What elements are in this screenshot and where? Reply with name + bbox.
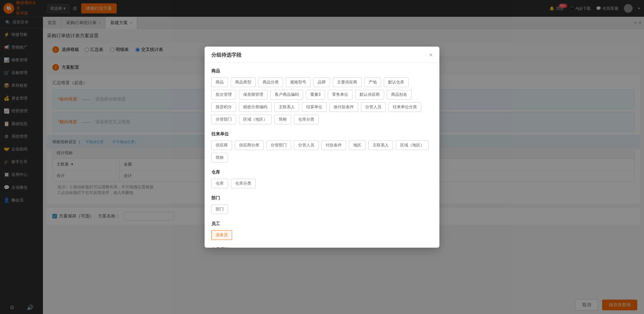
field-tag-0-24[interactable]: 简称 — [274, 115, 291, 124]
field-tag-1-0[interactable]: 供应商 — [211, 140, 232, 150]
field-tag-0-14[interactable]: 商品别名 — [387, 90, 412, 100]
dialog-title: 分组待选字段 — [211, 52, 241, 58]
field-tag-0-2[interactable]: 商品分类 — [258, 77, 283, 87]
field-tag-0-0[interactable]: 商品 — [211, 77, 228, 87]
field-tag-0-25[interactable]: 仓库分类 — [294, 115, 319, 124]
field-tag-0-5[interactable]: 主要供应商 — [333, 77, 362, 87]
field-tag-0-23[interactable]: 区域（地区） — [239, 115, 272, 124]
field-tag-0-21[interactable]: 往来单位分类 — [388, 102, 421, 112]
field-tag-1-3[interactable]: 分管人员 — [294, 140, 319, 150]
field-grid-2: 仓库仓库分类 — [211, 179, 433, 188]
field-grid-0: 商品商品类型商品分类规格型号品牌主要供应商产地默认仓库批次管理保质期管理客户商品… — [211, 77, 433, 124]
field-tag-0-15[interactable]: 拣货积分 — [211, 102, 236, 112]
field-tag-0-22[interactable]: 分管部门 — [211, 115, 236, 124]
field-tag-0-9[interactable]: 保质期管理 — [239, 90, 268, 100]
dialog-section-4: 员工业务员 — [211, 221, 433, 240]
dialog-section-title-2: 仓库 — [211, 169, 433, 175]
field-tag-0-17[interactable]: 主联系人 — [274, 102, 299, 112]
dialog-header: 分组待选字段 × — [205, 47, 439, 63]
field-tag-1-8[interactable]: 简称 — [211, 153, 228, 163]
field-tag-0-3[interactable]: 规格型号 — [286, 77, 311, 87]
field-tag-0-8[interactable]: 批次管理 — [211, 90, 236, 100]
dialog-section-title-3: 部门 — [211, 195, 433, 201]
dialog-section-title-1: 往来单位 — [211, 131, 433, 137]
field-tag-1-5[interactable]: 地区 — [349, 140, 366, 150]
field-tag-1-6[interactable]: 主联系人 — [368, 140, 393, 150]
field-grid-1: 供应商供应商分类分管部门分管人员付款条件地区主联系人区域（地区）简称 — [211, 140, 433, 163]
field-tag-0-1[interactable]: 商品类型 — [231, 77, 256, 87]
field-tag-0-16[interactable]: 税收分类编码 — [239, 102, 272, 112]
field-grid-3: 部门 — [211, 204, 433, 214]
field-tag-0-18[interactable]: 结算单位 — [302, 102, 327, 112]
field-tag-4-0[interactable]: 业务员 — [211, 230, 232, 240]
field-tag-0-7[interactable]: 默认仓库 — [384, 77, 409, 87]
dialog-section-3: 部门部门 — [211, 195, 433, 214]
field-tag-2-1[interactable]: 仓库分类 — [231, 179, 256, 188]
dialog-close-button[interactable]: × — [429, 52, 433, 58]
field-tag-2-0[interactable]: 仓库 — [211, 179, 228, 188]
dialog-section-title-4: 员工 — [211, 221, 433, 227]
dialog-section-0: 商品商品商品类型商品分类规格型号品牌主要供应商产地默认仓库批次管理保质期管理客户… — [211, 68, 433, 124]
field-select-dialog: 分组待选字段 × 商品商品商品类型商品分类规格型号品牌主要供应商产地默认仓库批次… — [205, 47, 439, 248]
field-tag-0-11[interactable]: 重量3 — [306, 90, 325, 100]
field-tag-0-10[interactable]: 客户商品编码 — [270, 90, 303, 100]
field-grid-4: 业务员 — [211, 230, 433, 240]
field-tag-1-7[interactable]: 区域（地区） — [396, 140, 429, 150]
field-tag-0-19[interactable]: 收付款条件 — [329, 102, 358, 112]
field-tag-0-13[interactable]: 默认供应商 — [355, 90, 384, 100]
field-tag-1-1[interactable]: 供应商分类 — [235, 140, 264, 150]
field-tag-1-4[interactable]: 付款条件 — [321, 140, 346, 150]
field-tag-0-4[interactable]: 品牌 — [313, 77, 330, 87]
field-tag-0-12[interactable]: 零售单位 — [328, 90, 353, 100]
dialog-section-title-5: 商品属性 — [211, 247, 433, 248]
dialog-section-5: 商品属性属性颜色多规格尺码鞋码1 — [211, 247, 433, 248]
field-tag-1-2[interactable]: 分管部门 — [266, 140, 291, 150]
field-tag-0-6[interactable]: 产地 — [364, 77, 381, 87]
dialog-section-title-0: 商品 — [211, 68, 433, 74]
field-tag-3-0[interactable]: 部门 — [211, 204, 228, 214]
dialog-section-1: 往来单位供应商供应商分类分管部门分管人员付款条件地区主联系人区域（地区）简称 — [211, 131, 433, 163]
dialog-section-2: 仓库仓库仓库分类 — [211, 169, 433, 188]
dialog-body[interactable]: 商品商品商品类型商品分类规格型号品牌主要供应商产地默认仓库批次管理保质期管理客户… — [205, 63, 439, 248]
field-tag-0-20[interactable]: 分管人员 — [361, 102, 386, 112]
